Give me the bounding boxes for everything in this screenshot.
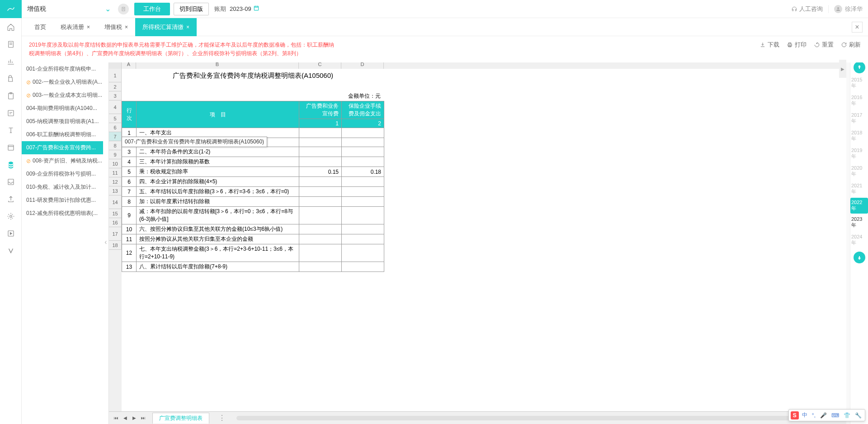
value-cell-2[interactable] xyxy=(342,207,384,224)
year-item[interactable]: 2019年 xyxy=(850,145,868,162)
value-cell-1[interactable] xyxy=(299,187,342,197)
calendar-icon[interactable] xyxy=(0,139,22,156)
ime-mic-icon[interactable]: 🎤 xyxy=(819,411,828,419)
row-header[interactable]: 4 xyxy=(109,100,122,114)
ime-keyboard-icon[interactable]: ⌨ xyxy=(830,411,840,419)
row-header[interactable]: 14 xyxy=(109,195,122,209)
form-list-item[interactable]: 005-纳税调整项目明细表(A1... xyxy=(22,115,103,128)
form-list-item[interactable]: 009-企业所得税弥补亏损明... xyxy=(22,167,103,181)
splitter-handle[interactable]: ‹ xyxy=(103,60,108,424)
text-icon[interactable] xyxy=(0,122,22,138)
year-item[interactable]: 2021年 xyxy=(850,180,868,198)
row-header[interactable]: 8 xyxy=(109,141,122,150)
year-item[interactable]: 2022年 xyxy=(850,198,868,214)
upload-icon[interactable] xyxy=(0,191,22,207)
doc-circle-icon[interactable] xyxy=(118,4,129,14)
document-icon[interactable] xyxy=(0,36,22,52)
value-cell-1[interactable] xyxy=(299,138,342,147)
app-logo[interactable] xyxy=(0,0,22,18)
value-cell-2[interactable] xyxy=(342,262,384,272)
year-item[interactable]: 2018年 xyxy=(850,127,868,145)
value-cell-2[interactable] xyxy=(342,128,384,138)
row-header[interactable]: 16 xyxy=(109,218,122,227)
value-cell-2[interactable]: 0.18 xyxy=(342,167,384,177)
tab-home[interactable]: 首页 xyxy=(27,18,53,36)
form-list-item[interactable]: 010-免税、减计收入及加计... xyxy=(22,181,103,194)
value-cell-1[interactable] xyxy=(299,244,342,262)
value-cell-1[interactable] xyxy=(299,262,342,272)
ime-skin-icon[interactable]: 👕 xyxy=(842,411,852,419)
project-cell[interactable]: 七、本年支出纳税调整金额(3＞6，本行=2+3-6+10-11；3≤6，本行=2… xyxy=(137,244,299,262)
year-item[interactable]: 2023年 xyxy=(850,214,868,231)
row-header[interactable]: 15 xyxy=(109,209,122,218)
value-cell-2[interactable] xyxy=(342,224,384,234)
tab-tax-list[interactable]: 税表清册× xyxy=(53,18,97,36)
year-item[interactable]: 2017年 xyxy=(850,110,868,127)
project-cell[interactable]: 五、本年结转以后年度扣除额(3＞6，本行=3-6；3≤6，本行=0) xyxy=(137,187,299,197)
value-cell-1[interactable] xyxy=(299,128,342,138)
calendar-picker-icon[interactable] xyxy=(253,5,259,13)
chart-icon[interactable] xyxy=(0,53,22,70)
row-header[interactable]: 10 xyxy=(109,159,122,168)
year-item[interactable]: 2020年 xyxy=(850,162,868,180)
report-icon[interactable] xyxy=(0,105,22,121)
value-cell-1[interactable] xyxy=(299,157,342,167)
sheet-tab[interactable]: 广宣费调整明细表 xyxy=(152,413,209,424)
reset-button[interactable]: 重置 xyxy=(814,41,834,49)
sheet-table[interactable]: 广告费和业务宣传费跨年度纳税调整明细表(A105060) 金额单位：元 行次 项… xyxy=(122,69,384,272)
value-cell-1[interactable] xyxy=(299,224,342,234)
download-button[interactable]: 下载 xyxy=(760,41,779,49)
tax-icon[interactable] xyxy=(0,157,22,173)
value-cell-2[interactable] xyxy=(342,197,384,207)
close-icon[interactable]: × xyxy=(87,24,90,30)
year-item[interactable]: 2016年 xyxy=(850,92,868,110)
value-cell-1[interactable] xyxy=(299,234,342,244)
row-header[interactable]: 12 xyxy=(109,177,122,186)
service-link[interactable]: 人工咨询 xyxy=(791,5,823,13)
tab-vat[interactable]: 增值税× xyxy=(97,18,135,36)
year-scroll-down[interactable] xyxy=(854,252,865,263)
project-cell[interactable]: 按照分摊协议从其他关联方归集至本企业的金额 xyxy=(137,234,299,244)
switch-old-button[interactable]: 切到旧版 xyxy=(174,3,209,15)
user-info[interactable]: 徐泽华 xyxy=(828,5,863,13)
row-header[interactable]: 5 xyxy=(109,114,122,123)
form-list-item[interactable]: 012-减免所得税优惠明细表(... xyxy=(22,207,103,220)
value-cell-1[interactable] xyxy=(299,147,342,157)
refresh-button[interactable]: 刷新 xyxy=(841,41,861,49)
row-header[interactable]: 11 xyxy=(109,168,122,177)
v-icon[interactable] xyxy=(0,243,22,259)
print-button[interactable]: 打印 xyxy=(787,41,807,49)
play-icon[interactable] xyxy=(0,225,22,242)
form-list-item[interactable]: 004-期间费用明细表(A1040... xyxy=(22,102,103,115)
close-icon[interactable]: × xyxy=(125,24,128,30)
value-cell-2[interactable] xyxy=(342,177,384,187)
project-cell[interactable]: 乘：税收规定扣除率 xyxy=(137,167,299,177)
clipboard-icon[interactable] xyxy=(0,88,22,104)
value-cell-2[interactable] xyxy=(342,234,384,244)
value-cell-1[interactable]: 0.15 xyxy=(299,167,342,177)
workbench-button[interactable]: 工作台 xyxy=(134,3,170,15)
row-header[interactable]: 3 xyxy=(109,91,122,100)
project-cell[interactable]: 二、本年符合条件的支出(1-2) xyxy=(137,147,299,157)
row-header[interactable]: 2 xyxy=(109,82,122,91)
ime-toolbar[interactable]: S 中 °, 🎤 ⌨ 👕 🔧 xyxy=(788,409,865,421)
ime-punct-icon[interactable]: °, xyxy=(811,411,817,419)
horizontal-scrollbar[interactable] xyxy=(236,416,843,420)
sheet-nav-first[interactable]: ⏮ xyxy=(113,414,120,422)
collapse-tabs-icon[interactable]: × xyxy=(852,22,863,33)
value-cell-2[interactable] xyxy=(342,157,384,167)
project-cell[interactable]: 三、本年计算扣除限额的基数 xyxy=(137,157,299,167)
form-list-item[interactable]: ⊘008-资产折旧、摊销及纳税... xyxy=(22,154,103,167)
bag-icon[interactable] xyxy=(0,71,22,87)
chevron-down-icon[interactable]: ⌄ xyxy=(105,5,111,13)
close-icon[interactable]: × xyxy=(186,24,189,30)
form-list-item[interactable]: 006-职工薪酬纳税调整明细... xyxy=(22,128,103,141)
ime-tool-icon[interactable]: 🔧 xyxy=(854,411,863,419)
value-cell-1[interactable] xyxy=(299,207,342,224)
project-cell[interactable]: 加：以前年度累计结转扣除额 xyxy=(137,197,299,207)
row-header[interactable]: 17 xyxy=(109,227,122,241)
project-cell[interactable]: 六、按照分摊协议归集至其他关联方的金额(10≤3与6孰小值) xyxy=(137,224,299,234)
value-cell-2[interactable] xyxy=(342,187,384,197)
row-header[interactable]: 1 xyxy=(109,69,122,82)
sheet-nav-next[interactable]: ▶ xyxy=(131,414,138,422)
